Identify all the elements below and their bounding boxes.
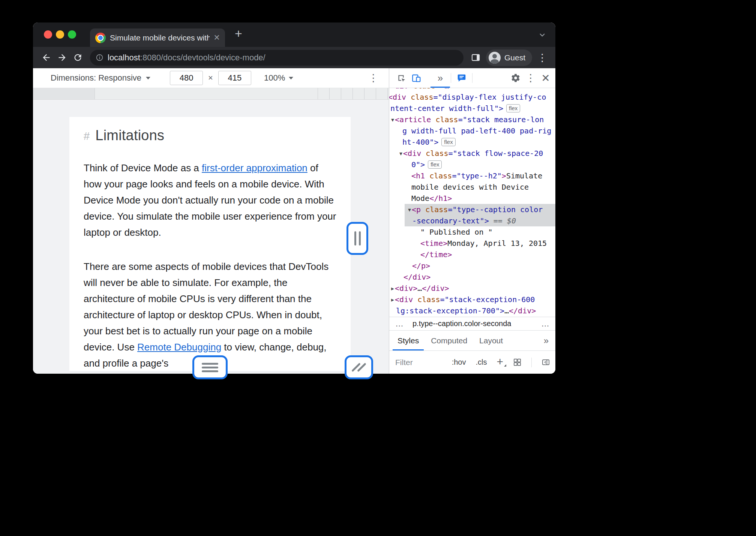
styles-filter-input[interactable]: [394, 358, 441, 367]
dom-tree-row[interactable]: ▾<div class="stack flow-space-20: [389, 148, 555, 159]
zoom-select[interactable]: 100%: [264, 73, 293, 83]
browser-content: Dimensions: Responsive × 100% ⋮: [33, 68, 555, 374]
dom-tree-row[interactable]: 0">flex: [389, 159, 555, 170]
ruler-segment: [33, 88, 95, 99]
viewport-bottom-resize-handle[interactable]: [192, 355, 228, 379]
paragraph-text: There are some aspects of mobile devices…: [84, 261, 328, 353]
device-toolbar-menu-button[interactable]: ⋮: [368, 72, 378, 84]
more-tabs-button[interactable]: »: [537, 331, 555, 350]
ruler-ticks: [306, 88, 389, 99]
dom-tree-row[interactable]: ▸<div>…</div>: [389, 283, 555, 294]
breadcrumb-overflow-right[interactable]: …: [541, 320, 549, 328]
side-panel-icon: [471, 52, 481, 63]
toolbar-divider: [472, 73, 472, 83]
dom-tree-row[interactable]: </div>: [389, 271, 555, 283]
dom-tree-row[interactable]: ▸<div class="stack-exception-600: [389, 294, 555, 305]
site-info-icon[interactable]: [95, 53, 104, 62]
back-button[interactable]: [38, 50, 54, 66]
side-panel-button[interactable]: [468, 50, 484, 66]
device-toolbar-icon: [411, 73, 421, 83]
tab-close-icon[interactable]: ×: [214, 33, 220, 43]
dom-tree-row[interactable]: " Published on ": [389, 226, 555, 238]
minimize-window-button[interactable]: [56, 30, 64, 39]
new-style-rule-button[interactable]: +: [496, 356, 503, 367]
back-arrow-icon: [41, 52, 51, 63]
tab-styles[interactable]: Styles: [392, 331, 425, 350]
dom-tree-row[interactable]: ntent-center width-full">flex: [389, 103, 555, 114]
dom-token: ▾: [407, 205, 412, 214]
more-panels-button[interactable]: »: [433, 68, 448, 88]
dom-tree-row[interactable]: g width-full pad-left-400 pad-rig: [389, 125, 555, 136]
dom-tree-row[interactable]: <div class="display-flex justify-co: [389, 91, 555, 103]
dom-token: </div>: [509, 306, 536, 315]
flex-badge[interactable]: flex: [428, 160, 442, 169]
dom-token: -secondary-text">: [412, 216, 489, 225]
dom-token: <div: [389, 93, 406, 102]
styles-filter-bar: :hov .cls +: [389, 350, 555, 374]
toolbar-divider: [451, 73, 451, 83]
dom-tree-row[interactable]: Mode</h1>: [389, 193, 555, 204]
dom-tree-row[interactable]: mobile devices with Device: [389, 181, 555, 193]
dom-token: class: [413, 295, 440, 304]
styles-tabs: StylesComputedLayout: [392, 331, 509, 350]
dom-tree-row[interactable]: ▾<article class="stack measure-lon: [389, 114, 555, 125]
dom-token: ▾: [390, 115, 395, 124]
dom-token: ="type--h2": [452, 171, 501, 180]
page-link[interactable]: first-order approximation: [202, 162, 308, 174]
caret-down-icon: [146, 77, 150, 79]
forward-arrow-icon: [57, 52, 67, 63]
flex-badge[interactable]: flex: [441, 138, 455, 146]
close-window-button[interactable]: [44, 30, 52, 39]
tab-search-chevron-icon[interactable]: [537, 30, 547, 40]
device-type-select[interactable]: Dimensions: Responsive: [51, 73, 150, 83]
tab-computed[interactable]: Computed: [425, 331, 473, 350]
element-classes-button[interactable]: .cls: [476, 358, 487, 367]
viewport-width-input[interactable]: [170, 71, 203, 85]
page-heading: # Limitations: [84, 127, 336, 144]
page-link[interactable]: Remote Debugging: [137, 341, 221, 353]
dom-tree-row[interactable]: lg:stack-exception-700">…</div>: [389, 305, 555, 316]
vertical-grip-icon: [359, 231, 361, 246]
device-toolbar-toggle-button[interactable]: [409, 68, 424, 88]
sidebar-toggle-icon[interactable]: [542, 358, 550, 367]
breadcrumb-selected-node[interactable]: p.type--caption.color-seconda: [412, 319, 511, 328]
dom-token: Monday, April 13, 2015: [447, 239, 547, 248]
toggle-element-state-button[interactable]: :hov: [452, 358, 466, 367]
dom-token: …: [504, 306, 509, 315]
breadcrumb-overflow-left[interactable]: …: [395, 320, 404, 328]
address-bar[interactable]: localhost:8080/docs/devtools/device-mode…: [90, 50, 464, 66]
dom-tree-row[interactable]: ht-400">flex: [389, 136, 555, 148]
devtools-settings-button[interactable]: [508, 68, 523, 88]
dom-tree-row[interactable]: -secondary-text"> == $0: [389, 215, 555, 226]
new-tab-button[interactable]: +: [235, 26, 242, 41]
devtools-close-button[interactable]: ✕: [538, 68, 553, 88]
browser-tab[interactable]: Simulate mobile devices with D ×: [90, 28, 225, 47]
feedback-button[interactable]: [454, 68, 469, 88]
dom-tree-row[interactable]: <h1 class="type--h2">Simulate: [389, 170, 555, 181]
viewport-right-resize-handle[interactable]: [346, 222, 368, 255]
browser-menu-button[interactable]: ⋮: [534, 50, 550, 66]
dom-tree-row[interactable]: ▾<p class="type--caption color: [389, 204, 555, 215]
reload-button[interactable]: [70, 50, 86, 66]
forward-button[interactable]: [54, 50, 70, 66]
viewport-height-input[interactable]: [218, 71, 251, 85]
devtools-menu-button[interactable]: ⋮: [523, 68, 538, 88]
dom-tree-row[interactable]: <div class="…">: [389, 88, 555, 91]
paragraph-2: There are some aspects of mobile devices…: [84, 259, 337, 371]
profile-name: Guest: [504, 53, 525, 62]
dom-tree-row[interactable]: <time>Monday, April 13, 2015: [389, 238, 555, 249]
zoom-window-button[interactable]: [68, 30, 76, 39]
dom-token: ntent-center width-full">: [390, 104, 503, 113]
flex-badge[interactable]: flex: [506, 104, 520, 112]
reload-icon: [73, 52, 83, 63]
viewport-corner-resize-handle[interactable]: [345, 355, 373, 379]
grid-icon[interactable]: [513, 358, 522, 367]
dom-token: Simulate: [506, 171, 542, 180]
profile-button[interactable]: Guest: [486, 49, 532, 66]
tab-layout[interactable]: Layout: [473, 331, 509, 350]
dom-tree-row[interactable]: </p>: [389, 260, 555, 271]
dom-tree-row[interactable]: </time>: [389, 249, 555, 260]
dom-token: ▸: [390, 295, 395, 304]
inspect-element-button[interactable]: [394, 68, 409, 88]
heading-anchor-link[interactable]: #: [84, 130, 90, 142]
